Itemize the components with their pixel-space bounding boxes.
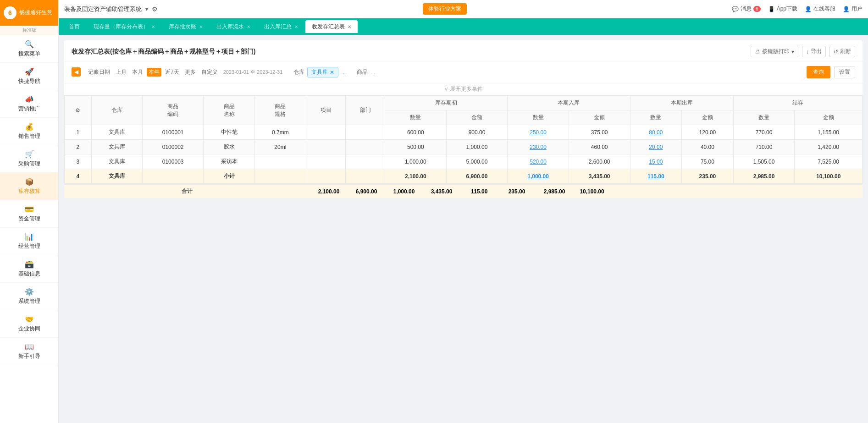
cell-project <box>306 140 346 154</box>
cell-dept <box>346 125 385 140</box>
cell-qty-out[interactable]: 80.00 <box>630 125 682 140</box>
tab-bar: 首页 现存量（库存分布表） ✕ 库存批次账 ✕ 出入库流水 ✕ 出入库汇总 ✕ … <box>59 18 868 35</box>
cell-qty-in[interactable]: 250.00 <box>508 125 569 140</box>
cell-seq: 4 <box>65 169 92 184</box>
th-name: 商品名称 <box>204 96 254 125</box>
sidebar-item-quicknav[interactable]: 🚀 快捷导航 <box>0 63 58 90</box>
system-dropdown[interactable]: ▾ <box>145 6 148 12</box>
cell-qty-init: 2,100.00 <box>385 169 447 184</box>
box-icon: 📦 <box>25 177 34 186</box>
try-industry-button[interactable]: 体验行业方案 <box>423 3 467 15</box>
cell-code <box>142 169 204 184</box>
tab-close-icon[interactable]: ✕ <box>294 24 298 29</box>
sidebar-item-cooperation[interactable]: 🤝 企业协同 <box>0 310 58 338</box>
sidebar-item-label: 企业协同 <box>18 325 40 333</box>
filter-toggle-button[interactable]: ◀ <box>72 67 81 77</box>
tab-inout-flow[interactable]: 出入库流水 ✕ <box>210 20 257 33</box>
sidebar: 6 畅捷通好生意 标准版 🔍 搜索菜单 🚀 快捷导航 📣 营销推广 💰 销售管理… <box>0 0 59 423</box>
money-icon: 💰 <box>25 122 34 131</box>
logo-icon: 6 <box>4 6 17 19</box>
user-item[interactable]: 👤 用户 <box>843 5 862 13</box>
message-badge: 6 <box>753 6 761 12</box>
sidebar-item-system[interactable]: ⚙️ 系统管理 <box>0 283 58 310</box>
th-spec: 商品规格 <box>254 96 306 125</box>
th-in-qty: 数量 <box>508 110 569 125</box>
filter-row: 记账日期 上月 本月 本年 近7天 更多 自定义 2023-01-01 至 20… <box>88 66 855 78</box>
product-more-button[interactable]: ... <box>370 69 375 76</box>
cell-qty-out[interactable]: 20.00 <box>630 140 682 154</box>
date-opt-7days[interactable]: 近7天 <box>163 68 181 77</box>
sidebar-item-label: 销售管理 <box>18 132 40 140</box>
expand-more-conditions[interactable]: ∨ 展开更多条件 <box>64 83 862 95</box>
th-bal-amt: 金额 <box>795 110 862 125</box>
sidebar-item-search[interactable]: 🔍 搜索菜单 <box>0 35 58 63</box>
sidebar-item-guide[interactable]: 📖 新手引导 <box>0 338 58 365</box>
tab-inout-summary[interactable]: 出入库汇总 ✕ <box>258 20 304 33</box>
filter-setting-button[interactable]: 设置 <box>834 66 855 78</box>
cell-amt-in: 460.00 <box>569 140 630 154</box>
app-download-item[interactable]: 📱 App下载 <box>768 5 797 13</box>
cell-qty-out[interactable]: 15.00 <box>630 154 682 169</box>
export-button[interactable]: ↓ 导出 <box>802 46 826 57</box>
top-header: 装备及固定资产辅助管理系统 ▾ ⚙ 体验行业方案 💬 消息 6 📱 App下载 … <box>59 0 868 18</box>
sidebar-item-marketing[interactable]: 📣 营销推广 <box>0 90 58 118</box>
refresh-button[interactable]: ↺ 刷新 <box>829 46 855 57</box>
database-icon: 🗃️ <box>25 260 34 269</box>
sidebar-item-sales[interactable]: 💰 销售管理 <box>0 118 58 145</box>
tab-label: 现存量（库存分布表） <box>94 23 149 31</box>
cell-amt-bal: 1,420.00 <box>795 140 862 154</box>
footer-amt-out: 235.00 <box>498 188 536 195</box>
table-row: 2文具库0100002胶水20ml500.001,000.00230.00460… <box>65 140 862 154</box>
date-opt-last-month[interactable]: 上月 <box>114 68 128 77</box>
warehouse-more-button[interactable]: ... <box>341 69 346 76</box>
tab-receipt-summary[interactable]: 收发存汇总表 ✕ <box>305 20 358 33</box>
cell-qty-init: 500.00 <box>385 140 447 154</box>
cell-amt-in: 2,600.00 <box>569 154 630 169</box>
refresh-icon: ↺ <box>834 49 838 55</box>
handshake-icon: 🤝 <box>25 315 34 324</box>
cell-qty-bal: 1,505.00 <box>733 154 795 169</box>
tab-batch-account[interactable]: 库存批次账 ✕ <box>162 20 209 33</box>
footer-amt-bal: 10,100.00 <box>573 188 611 195</box>
tab-inventory-distribution[interactable]: 现存量（库存分布表） ✕ <box>87 20 161 33</box>
tab-close-icon[interactable]: ✕ <box>151 24 155 29</box>
sidebar-logo: 6 畅捷通好生意 <box>0 0 58 26</box>
filter-area: ◀ 记账日期 上月 本月 本年 近7天 更多 自定义 2023-01-01 至 … <box>64 61 862 83</box>
sidebar-item-purchase[interactable]: 🛒 采购管理 <box>0 145 58 173</box>
th-init-amt: 金额 <box>446 110 508 125</box>
cell-qty-in[interactable]: 230.00 <box>508 140 569 154</box>
cell-qty-in[interactable]: 1,000.00 <box>508 169 569 184</box>
cell-qty-bal: 710.00 <box>733 140 795 154</box>
tab-close-icon[interactable]: ✕ <box>199 24 203 29</box>
online-support-item[interactable]: 👤 在线客服 <box>805 5 835 13</box>
cell-qty-in[interactable]: 520.00 <box>508 154 569 169</box>
sidebar-item-basic-info[interactable]: 🗃️ 基础信息 <box>0 255 58 283</box>
message-label: 消息 <box>741 5 752 13</box>
tab-close-icon[interactable]: ✕ <box>247 24 250 29</box>
sidebar-item-finance[interactable]: 💳 资金管理 <box>0 200 58 228</box>
cell-amt-init: 1,000.00 <box>446 140 508 154</box>
settings-icon[interactable]: ⚙ <box>152 5 158 13</box>
date-opt-this-year[interactable]: 本年 <box>147 68 161 77</box>
sidebar-item-label: 营销推广 <box>18 105 40 113</box>
tab-close-icon[interactable]: ✕ <box>348 24 351 29</box>
sidebar-item-management[interactable]: 📊 经营管理 <box>0 228 58 255</box>
th-warehouse: 仓库 <box>91 96 142 125</box>
th-settings[interactable]: ⚙ <box>65 96 92 125</box>
date-opt-this-month[interactable]: 本月 <box>130 68 145 77</box>
query-button[interactable]: 查询 <box>807 66 830 78</box>
message-item[interactable]: 💬 消息 6 <box>732 5 761 13</box>
sidebar-item-inventory[interactable]: 📦 库存核算 <box>0 173 58 200</box>
footer-amt-init: 6,900.00 <box>348 188 385 195</box>
sidebar-item-label: 系统管理 <box>18 297 40 305</box>
cell-qty-out[interactable]: 115.00 <box>630 169 682 184</box>
tab-label: 出入库汇总 <box>264 23 292 31</box>
print-icon: 🖨 <box>755 49 760 55</box>
warehouse-tag-close-icon[interactable]: ✕ <box>330 69 334 76</box>
cell-project <box>306 169 346 184</box>
tab-home[interactable]: 首页 <box>62 20 86 33</box>
date-opt-custom[interactable]: 自定义 <box>199 68 220 77</box>
date-opt-more[interactable]: 更多 <box>183 68 198 77</box>
print-button[interactable]: 🖨 拨镜版打印 ▾ <box>751 46 798 57</box>
main-area: 装备及固定资产辅助管理系统 ▾ ⚙ 体验行业方案 💬 消息 6 📱 App下载 … <box>59 0 868 423</box>
